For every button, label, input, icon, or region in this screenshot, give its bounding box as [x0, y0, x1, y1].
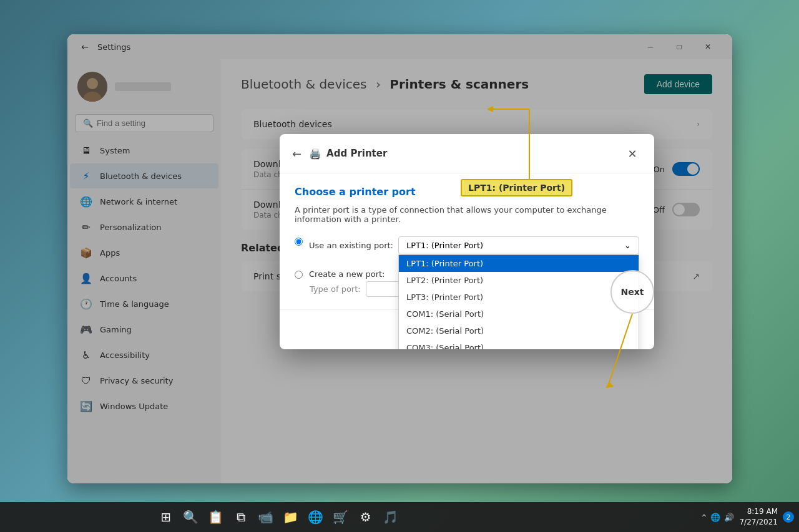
radio-group: Use an existing port: LPT1: (Printer Por… [295, 236, 639, 297]
port-dropdown[interactable]: LPT1: (Printer Port) ⌄ [398, 236, 639, 254]
new-port-radio[interactable] [295, 271, 303, 279]
dropdown-item-com3[interactable]: COM3: (Serial Port) [399, 339, 639, 349]
dropdown-item-com2[interactable]: COM2: (Serial Port) [399, 322, 639, 339]
taskbar-edge-icon[interactable]: 🌐 [305, 506, 327, 528]
port-dropdown-value: LPT1: (Printer Port) [406, 241, 483, 250]
taskbar-system-icons: ^ 🌐 🔊 [701, 513, 734, 522]
dropdown-item-com1[interactable]: COM1: (Serial Port) [399, 306, 639, 322]
taskbar-search-icon[interactable]: 🔍 [180, 506, 202, 528]
port-dropdown-container: LPT1: (Printer Port) ⌄ LPT1: (Printer Po… [398, 236, 639, 254]
taskbar-start-icon[interactable]: ⊞ [155, 506, 177, 528]
settings-window: ← Settings ─ □ ✕ 🔍 [67, 34, 732, 483]
taskbar-teams-icon[interactable]: 📹 [255, 506, 277, 528]
taskbar-center: ⊞ 🔍 📋 ⧉ 📹 📁 🌐 🛒 ⚙️ 🎵 [155, 506, 402, 528]
taskbar-caret-icon[interactable]: ^ [701, 513, 707, 521]
taskbar-language-icon[interactable]: 🌐 [710, 513, 720, 522]
taskbar-settings-icon[interactable]: ⚙️ [355, 506, 377, 528]
taskbar-date-display: 7/27/2021 [739, 517, 778, 528]
dropdown-chevron-icon: ⌄ [624, 241, 631, 250]
existing-port-row: Use an existing port: LPT1: (Printer Por… [295, 236, 639, 254]
port-dropdown-list: LPT1: (Printer Port) LPT2: (Printer Port… [398, 254, 639, 349]
taskbar-taskview-icon[interactable]: 📋 [205, 506, 227, 528]
taskbar-store-icon[interactable]: 🛒 [330, 506, 352, 528]
add-printer-dialog: LPT1: (Printer Port) ← 🖨️ Add Printer ✕ … [280, 134, 654, 349]
dropdown-item-lpt2[interactable]: LPT2: (Printer Port) [399, 272, 639, 289]
next-annotation: Next [610, 270, 654, 314]
dropdown-item-lpt1[interactable]: LPT1: (Printer Port) [399, 255, 639, 272]
existing-port-radio[interactable] [295, 238, 303, 246]
lpt1-tooltip: LPT1: (Printer Port) [461, 179, 572, 196]
dialog-header: ← 🖨️ Add Printer ✕ [280, 134, 654, 173]
dialog-back-button[interactable]: ← [292, 147, 301, 160]
taskbar-clock[interactable]: 8:19 AM 7/27/2021 [739, 506, 778, 528]
notification-badge[interactable]: 2 [783, 511, 794, 523]
dialog-close-button[interactable]: ✕ [623, 144, 642, 163]
taskbar-right: ^ 🌐 🔊 8:19 AM 7/27/2021 2 [701, 506, 794, 528]
taskbar-music-icon[interactable]: 🎵 [380, 506, 402, 528]
existing-port-label: Use an existing port: [309, 241, 393, 250]
taskbar: ⊞ 🔍 📋 ⧉ 📹 📁 🌐 🛒 ⚙️ 🎵 ^ 🌐 🔊 8:19 AM 7/27/… [0, 502, 799, 532]
taskbar-time-display: 8:19 AM [739, 506, 778, 517]
printer-icon: 🖨️ [309, 148, 321, 160]
dropdown-item-lpt3[interactable]: LPT3: (Printer Port) [399, 289, 639, 306]
taskbar-widgets-icon[interactable]: ⧉ [230, 506, 252, 528]
dialog-description: A printer port is a type of connection t… [295, 205, 639, 224]
type-of-port-label: Type of port: [310, 284, 361, 294]
dialog-title: Add Printer [326, 148, 387, 159]
taskbar-explorer-icon[interactable]: 📁 [280, 506, 302, 528]
taskbar-volume-icon[interactable]: 🔊 [724, 513, 734, 522]
new-port-label: Create a new port: [309, 269, 385, 279]
